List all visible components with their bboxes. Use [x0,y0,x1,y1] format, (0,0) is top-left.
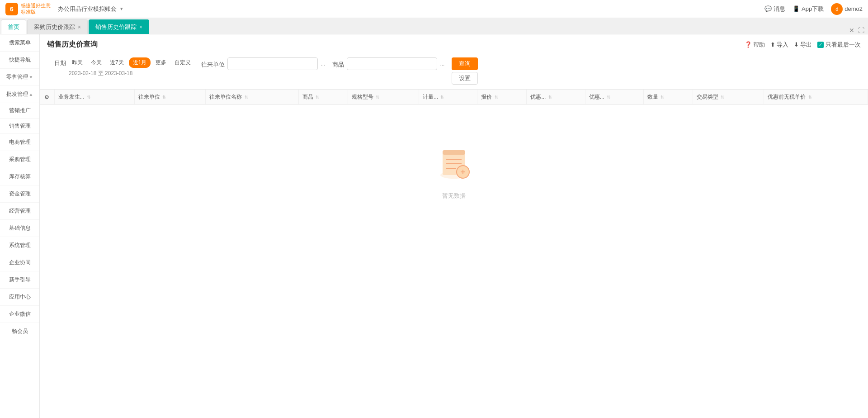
product-dots[interactable]: ... [440,61,444,67]
export-label: 导出 [800,41,812,49]
only-last-checkbox[interactable]: ✓ 只看最后一次 [817,41,861,49]
sidebar-item-search[interactable]: 搜索菜单 [0,34,39,52]
date-btn-1month[interactable]: 近1月 [129,57,151,68]
import-label: 导入 [777,41,788,49]
logo-area: 6 畅捷通好生意 标准版 [5,3,51,15]
tab-purchase-history[interactable]: 采购历史价跟踪 × [27,19,88,34]
date-btn-more[interactable]: 更多 [152,57,170,68]
table-col-discount2[interactable]: 优惠... ⇅ [585,90,643,105]
data-table: ⚙ 业务发生... ⇅ 往来单位 ⇅ 往来单位名称 ⇅ [40,90,868,105]
product-filter-group: 商品 ... [332,57,444,70]
sidebar-item-inventory[interactable]: 库存核算 [0,168,39,185]
query-button[interactable]: 查询 [452,57,478,70]
tab-purchase-close-icon[interactable]: × [78,24,81,30]
tab-sales-history[interactable]: 销售历史价跟踪 × [89,19,149,34]
table-col-spec[interactable]: 规格型号 ⇅ [348,90,419,105]
sidebar: 搜索菜单 快捷导航 零售管理 ▼ 批发管理 ▲ 营销推广 销售管理 电商管理 采… [0,34,40,418]
app-download-button[interactable]: 📱 App下载 [793,5,824,13]
tab-sales-label: 销售历史价跟踪 [95,23,137,31]
table-col-quantity[interactable]: 数量 ⇅ [643,90,693,105]
topbar-right: 💬 消息 📱 App下载 d demo2 [764,3,863,15]
date-filter-group: 日期 昨天 今天 近7天 近1月 更多 自定义 2023-02-18 至 202… [54,57,194,77]
date-filter-dates: 昨天 今天 近7天 近1月 更多 自定义 2023-02-18 至 2023-0… [69,57,194,77]
marketing-label: 营销推广 [9,107,31,114]
expand-icon[interactable]: ⛶ [858,27,864,34]
product-input[interactable] [347,57,437,70]
date-btn-yesterday[interactable]: 昨天 [69,57,86,68]
sidebar-item-enterprise-collab[interactable]: 企业协同 [0,254,39,271]
help-label: 帮助 [753,41,765,49]
sidebar-item-wholesale[interactable]: 批发管理 ▲ [0,86,39,103]
table-col-unit[interactable]: 计量... ⇅ [419,90,477,105]
table-col-product[interactable]: 商品 ⇅ [298,90,348,105]
export-button[interactable]: ⬇ 导出 [794,41,812,49]
sidebar-item-sales-mgmt[interactable]: 销售管理 [0,119,39,134]
sort-icon-spec: ⇅ [376,95,379,100]
table-col-price[interactable]: 报价 ⇅ [477,90,527,105]
filter-bar: 日期 昨天 今天 近7天 近1月 更多 自定义 2023-02-18 至 202… [47,54,861,89]
table-col-settings[interactable]: ⚙ [40,90,54,105]
sidebar-item-guide[interactable]: 新手引导 [0,271,39,289]
sidebar-item-system[interactable]: 系统管理 [0,237,39,254]
sort-icon-discount1: ⇅ [548,95,552,100]
table-col-pretax-price[interactable]: 优惠前无税单价 ⇅ [764,90,868,105]
sidebar-item-member[interactable]: 畅会员 [0,323,39,340]
tabbar-actions: ✕ ⛶ [849,27,868,34]
action-buttons: 查询 设置 [452,57,478,85]
date-btn-7days[interactable]: 近7天 [107,57,127,68]
settings-button[interactable]: 设置 [452,72,478,85]
sidebar-item-operations[interactable]: 经营管理 [0,203,39,220]
table-col-date[interactable]: 业务发生... ⇅ [54,90,134,105]
search-label: 搜索菜单 [9,39,31,46]
tabbar: 首页 采购历史价跟踪 × 销售历史价跟踪 × ✕ ⛶ [0,18,868,34]
tab-home[interactable]: 首页 [1,19,26,34]
close-all-icon[interactable]: ✕ [849,27,854,34]
message-icon: 💬 [764,5,772,12]
logo-icon: 6 [5,3,18,15]
counterpart-dots[interactable]: ... [321,61,325,67]
sidebar-item-enterprise-wechat[interactable]: 企业微信 [0,306,39,323]
tab-sales-close-icon[interactable]: × [139,24,142,30]
sidebar-item-retail[interactable]: 零售管理 ▼ [0,69,39,86]
product-label: 商品 [332,59,344,69]
sidebar-item-finance[interactable]: 资金管理 [0,185,39,203]
ecommerce-label: 电商管理 [9,139,31,145]
message-label: 消息 [774,5,785,13]
retail-arrow: ▼ [29,75,33,80]
logo-text: 畅捷通好生意 标准版 [21,3,51,14]
member-label: 畅会员 [12,328,28,334]
sidebar-item-basic-info[interactable]: 基础信息 [0,220,39,237]
operations-label: 经营管理 [9,208,31,214]
table-container: ⚙ 业务发生... ⇅ 往来单位 ⇅ 往来单位名称 ⇅ [40,90,868,418]
content-area: 销售历史价查询 ❓ 帮助 ⬆ 导入 ⬇ 导出 ✓ [40,34,868,418]
app-dropdown-icon[interactable]: ▾ [120,6,123,12]
sidebar-item-ecommerce[interactable]: 电商管理 [0,134,39,151]
empty-text: 暂无数据 [442,192,466,200]
user-menu[interactable]: d demo2 [831,3,863,15]
table-col-trade-type[interactable]: 交易类型 ⇅ [693,90,764,105]
username-label: demo2 [844,5,863,12]
table-col-counterpart-code[interactable]: 往来单位 ⇅ [134,90,205,105]
help-button[interactable]: ❓ 帮助 [745,41,765,49]
date-btn-today[interactable]: 今天 [88,57,105,68]
counterpart-input[interactable] [227,57,318,70]
sidebar-item-quicknav[interactable]: 快捷导航 [0,52,39,69]
page-actions: ❓ 帮助 ⬆ 导入 ⬇ 导出 ✓ 只看最后一次 [745,41,861,49]
sidebar-item-app-center[interactable]: 应用中心 [0,289,39,306]
sort-icon-counterpart-code: ⇅ [162,95,166,100]
purchase-label: 采购管理 [9,156,31,162]
retail-label: 零售管理 [6,73,28,81]
sidebar-item-marketing[interactable]: 营销推广 [0,103,39,119]
empty-state: 暂无数据 [40,105,868,236]
date-btn-custom[interactable]: 自定义 [171,57,194,68]
table-col-discount1[interactable]: 优惠... ⇅ [527,90,585,105]
settings-col-icon[interactable]: ⚙ [44,94,49,100]
topbar-left: 6 畅捷通好生意 标准版 办公用品行业模拟账套 ▾ [5,3,123,15]
wholesale-label: 批发管理 [6,90,28,98]
guide-label: 新手引导 [9,276,31,283]
message-button[interactable]: 💬 消息 [764,5,785,13]
sidebar-item-purchase[interactable]: 采购管理 [0,151,39,168]
import-button[interactable]: ⬆ 导入 [770,41,788,49]
table-col-counterpart-name[interactable]: 往来单位名称 ⇅ [206,90,299,105]
checkbox-icon: ✓ [817,42,824,48]
